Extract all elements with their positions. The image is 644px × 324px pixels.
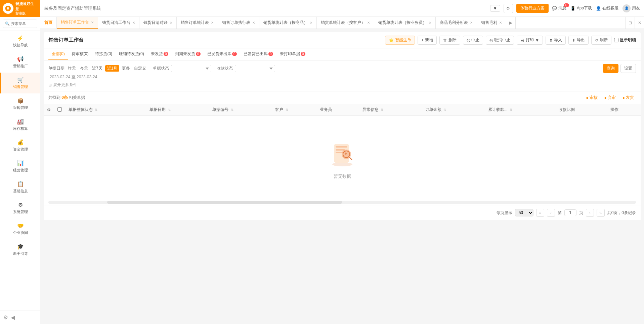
date-custom[interactable]: 自定义 [133, 65, 147, 72]
tab-summary-product[interactable]: 销货单统计表（按商品） ✕ [259, 17, 317, 29]
revoke-button[interactable]: ● 弃审 [602, 94, 618, 101]
sidebar-navigation: ⚡ 快捷导航 📢 营销推广 🛒 销售管理 📦 采购管理 🏭 库存核算 💰 资金管… [0, 31, 40, 311]
first-page-button[interactable]: « [536, 209, 544, 217]
system-dropdown-button[interactable]: ▼ [490, 5, 500, 12]
show-detail-checkbox-label[interactable]: 显示明细 [614, 37, 636, 43]
select-all-checkbox[interactable] [57, 107, 62, 112]
sidebar-item-inventory[interactable]: 🏭 库存核算 [0, 114, 40, 135]
date-more[interactable]: 更多 [121, 65, 131, 72]
tab-home[interactable]: 首页 [40, 17, 57, 29]
ship-button[interactable]: ● 发货 [620, 94, 636, 101]
close-tab-sales-workbench[interactable]: ✕ [91, 21, 94, 24]
tab-sales-stats[interactable]: 销售订单统计表 ✕ [177, 17, 218, 29]
add-button[interactable]: + 新增 [418, 36, 437, 45]
date-7days[interactable]: 近7天 [91, 65, 104, 72]
close-tab-gross-margin[interactable]: ✕ [470, 21, 473, 25]
tab-close-all-button[interactable]: ✕ [635, 17, 644, 29]
cancel-stop-button[interactable]: ◎ 取消中止 [486, 36, 514, 45]
settings-filter-button[interactable]: 设置 [620, 64, 636, 73]
close-tab-summary-staff[interactable]: ✕ [429, 21, 431, 25]
sub-tab-pending-pickup[interactable]: 待拣货(0) [92, 48, 116, 60]
sub-tabs: 全部(0) 待审核(0) 待拣货(0) 旺铺待发货(0) 未发货0 到期未发货0… [44, 48, 641, 60]
per-page-select[interactable]: 20 50 100 [515, 209, 533, 216]
sidebar: 畅捷通好生意 标准版 🔍 搜索菜单 ⚡ 快捷导航 📢 营销推广 🛒 销售管理 📦… [0, 0, 40, 324]
message-button[interactable]: 💬 消息 6 [552, 5, 566, 11]
purchase-icon: 📦 [17, 97, 24, 104]
user-avatar: 👤 [622, 4, 631, 12]
sub-tab-shipped-warehoused[interactable]: 已发货已出库0 [240, 48, 276, 60]
sub-tab-all[interactable]: 全部(0) [48, 48, 68, 60]
print-button[interactable]: 🖨 打印 ▼ [517, 36, 543, 45]
app-download-button[interactable]: 📱 App下载 [570, 5, 592, 11]
sidebar-item-operations[interactable]: 📊 经营管理 [0, 156, 40, 177]
tab-cash-daily[interactable]: 钱货日清工作台 ✕ [98, 17, 139, 29]
sidebar-item-cooperation[interactable]: 🤝 企业协同 [0, 218, 40, 239]
tab-summary-customer[interactable]: 销货单统计表（按客户） ✕ [317, 17, 374, 29]
smart-create-button[interactable]: ⭐ 智能生单 [385, 36, 415, 45]
inventory-icon: 🏭 [17, 118, 24, 125]
prev-page-button[interactable]: ‹ [547, 209, 555, 217]
date-1month[interactable]: 近1月 [105, 65, 120, 72]
import-button[interactable]: ⬆ 导入 [546, 36, 566, 45]
search-button[interactable]: 查询 [603, 64, 618, 73]
refresh-button[interactable]: ↻ 刷新 [591, 36, 611, 45]
tab-gross-margin[interactable]: 商品毛利分析表 ✕ [436, 17, 477, 29]
close-tab-cash-daily[interactable]: ✕ [132, 21, 135, 25]
sidebar-settings-button[interactable]: ⚙ [3, 314, 8, 321]
tab-cash-reconcile[interactable]: 钱货日清对账 ✕ [139, 17, 177, 29]
sidebar-item-basic-info[interactable]: 📋 基础信息 [0, 177, 40, 198]
sidebar-item-guide[interactable]: 🎓 新手引导 [0, 239, 40, 260]
topbar-settings-button[interactable]: ⚙ [504, 4, 513, 13]
next-page-button[interactable]: › [586, 209, 594, 217]
tab-sales-exec[interactable]: 销售订单执行表 ✕ [218, 17, 259, 29]
sidebar-search-area[interactable]: 🔍 搜索菜单 [0, 17, 40, 31]
sub-tab-not-printed[interactable]: 未打印单据0 [276, 48, 309, 60]
tab-sales-profit[interactable]: 销售毛利 ✕ [477, 17, 506, 29]
sub-tab-not-shipped[interactable]: 未发货0 [147, 48, 172, 60]
receipt-filter: 收款状态 [217, 65, 275, 72]
show-detail-checkbox[interactable] [614, 38, 618, 42]
close-tab-sales-stats[interactable]: ✕ [211, 21, 214, 25]
sidebar-item-finance[interactable]: 💰 资金管理 [0, 135, 40, 156]
online-service-button[interactable]: 👤 在线客服 [596, 5, 618, 11]
expand-filter-button[interactable]: ⊞ 展开更多条件 [48, 82, 636, 88]
close-tab-summary-product[interactable]: ✕ [310, 21, 312, 25]
status-select[interactable] [171, 65, 211, 72]
audit-button[interactable]: ● 审核 [584, 94, 599, 101]
sidebar-item-quick-nav[interactable]: ⚡ 快捷导航 [0, 31, 40, 52]
main-area: 装备及固定资产辅助管理系统 ▼ ⚙ 体验行业方案 💬 消息 6 📱 App下载 … [40, 0, 644, 324]
tab-summary-staff[interactable]: 销货单统计表（按业务员） ✕ [374, 17, 436, 29]
sidebar-collapse-button[interactable]: ◀ [11, 314, 15, 321]
date-today[interactable]: 今天 [79, 65, 89, 72]
date-yesterday[interactable]: 昨天 [67, 65, 77, 72]
tab-sales-workbench[interactable]: 销售订单工作台 ✕ [57, 17, 98, 29]
sidebar-item-marketing[interactable]: 📢 营销推广 [0, 52, 40, 73]
scrollbar-thumb[interactable] [107, 201, 342, 204]
tabs-more-button[interactable]: ▶ [506, 17, 516, 29]
sidebar-item-system[interactable]: ⚙ 系统管理 [0, 198, 40, 218]
sub-tab-shipped-not-warehoused[interactable]: 已发货未出库0 [204, 48, 240, 60]
sub-tab-overdue-not-shipped[interactable]: 到期未发货0 [172, 48, 204, 60]
sidebar-item-purchase[interactable]: 📦 采购管理 [0, 93, 40, 114]
refresh-icon: ↻ [595, 38, 598, 43]
stop-button[interactable]: ◎ 中止 [463, 36, 483, 45]
last-page-button[interactable]: » [597, 209, 605, 217]
close-tab-sales-profit[interactable]: ✕ [499, 21, 502, 25]
sidebar-item-sales[interactable]: 🛒 销售管理 [0, 73, 40, 93]
close-tab-summary-customer[interactable]: ✕ [367, 21, 370, 25]
close-tab-cash-reconcile[interactable]: ✕ [170, 21, 172, 25]
page-number-input[interactable] [564, 209, 576, 216]
receipt-select[interactable] [235, 65, 275, 72]
sub-tab-wangpu[interactable]: 旺铺待发货(0) [116, 48, 147, 60]
delete-button[interactable]: 🗑 删除 [439, 36, 460, 45]
tab-restore-button[interactable]: ⊡ [625, 17, 635, 29]
sub-tab-pending-review[interactable]: 待审核(0) [68, 48, 92, 60]
close-tab-sales-exec[interactable]: ✕ [252, 21, 255, 25]
operations-icon: 📊 [17, 160, 24, 166]
export-button[interactable]: ⬇ 导出 [568, 36, 589, 45]
horizontal-scrollbar[interactable] [44, 200, 641, 205]
user-menu-button[interactable]: 👤 用友 [622, 4, 640, 12]
svg-line-7 [350, 158, 352, 160]
search-menu-button[interactable]: 🔍 搜索菜单 [3, 19, 37, 28]
industry-solution-button[interactable]: 体验行业方案 [516, 4, 549, 13]
